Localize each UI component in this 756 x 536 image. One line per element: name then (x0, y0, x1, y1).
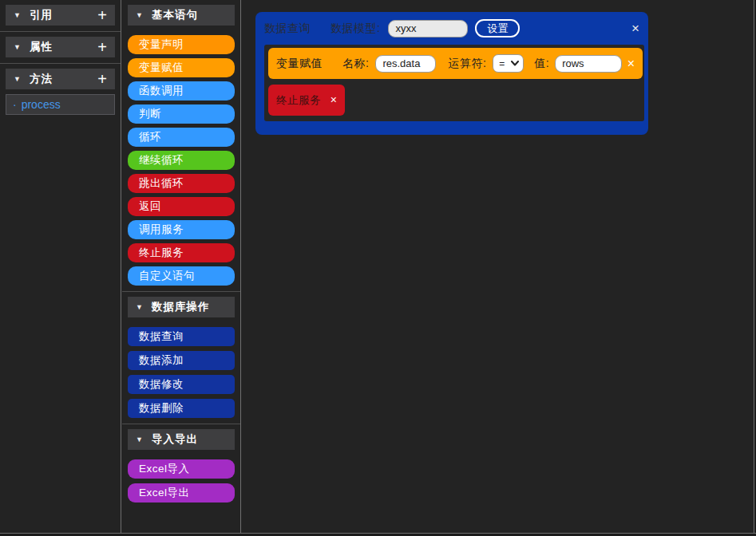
explorer-panel: ▼ 引用 + ▼ 属性 + ▼ 方法 + · process (0, 0, 121, 533)
stop-service-label: 终止服务 (276, 93, 321, 108)
name-input[interactable] (375, 55, 436, 73)
collapse-triangle-icon[interactable]: ▼ (136, 11, 143, 19)
flow-canvas[interactable]: 数据查询 数据模型: 设置 × 变量赋值 名称: 运算符: = (242, 0, 754, 533)
section-header-methods[interactable]: ▼ 方法 + (6, 69, 115, 89)
section-header-database-ops[interactable]: ▼ 数据库操作 (128, 297, 235, 317)
stmt-if-button[interactable]: 判断 (128, 104, 235, 124)
method-item-label: process (22, 98, 61, 111)
stmt-var-assign-button[interactable]: 变量赋值 (128, 58, 235, 77)
data-query-block[interactable]: 数据查询 数据模型: 设置 × 变量赋值 名称: 运算符: = (255, 12, 648, 135)
section-label: 方法 (30, 72, 53, 86)
chevron-down-icon (511, 61, 519, 66)
explorer-section-references: ▼ 引用 + (0, 0, 121, 31)
section-label: 基本语句 (152, 8, 198, 22)
palette-section-import-export: ▼ 导入导出 Excel导入 Excel导出 (122, 424, 240, 508)
method-item-process[interactable]: · process (6, 94, 115, 115)
stmt-stop-service-button[interactable]: 终止服务 (128, 243, 235, 262)
basic-statement-list: 变量声明 变量赋值 函数调用 判断 循环 继续循环 跳出循环 返回 调用服务 终… (128, 35, 235, 286)
operator-value: = (499, 58, 505, 69)
section-label: 数据库操作 (152, 300, 210, 314)
query-block-header: 数据查询 数据模型: 设置 × (255, 12, 648, 45)
explorer-section-properties: ▼ 属性 + (0, 31, 121, 63)
app-window: ▼ 引用 + ▼ 属性 + ▼ 方法 + · process (0, 0, 756, 536)
excel-export-button[interactable]: Excel导出 (128, 483, 235, 503)
bullet-icon: · (13, 98, 17, 111)
value-label: 值: (534, 57, 549, 71)
stmt-func-call-button[interactable]: 函数调用 (128, 81, 235, 100)
name-label: 名称: (342, 57, 369, 71)
stmt-return-button[interactable]: 返回 (128, 197, 235, 216)
section-label: 导入导出 (152, 432, 198, 447)
import-export-list: Excel导入 Excel导出 (128, 459, 235, 503)
stmt-continue-button[interactable]: 继续循环 (128, 151, 235, 170)
data-model-input[interactable] (388, 20, 468, 37)
bottom-edge-divider (0, 533, 756, 536)
stmt-loop-button[interactable]: 循环 (128, 128, 235, 147)
db-add-button[interactable]: 数据添加 (128, 351, 235, 370)
query-block-title: 数据查询 (264, 22, 311, 36)
palette-section-database: ▼ 数据库操作 数据查询 数据添加 数据修改 数据删除 (122, 291, 240, 424)
stmt-var-declare-button[interactable]: 变量声明 (128, 35, 235, 54)
stop-service-row[interactable]: 终止服务 × (268, 85, 345, 116)
excel-import-button[interactable]: Excel导入 (128, 459, 235, 479)
statement-palette: ▼ 基本语句 变量声明 变量赋值 函数调用 判断 循环 继续循环 跳出循环 返回… (122, 0, 241, 533)
close-icon[interactable]: × (631, 22, 639, 35)
data-model-label: 数据模型: (331, 22, 380, 36)
section-header-properties[interactable]: ▼ 属性 + (6, 37, 115, 57)
settings-button[interactable]: 设置 (475, 19, 520, 37)
stmt-custom-button[interactable]: 自定义语句 (128, 266, 235, 286)
section-label: 属性 (30, 40, 53, 54)
var-assign-title: 变量赋值 (276, 57, 323, 71)
section-header-references[interactable]: ▼ 引用 + (6, 5, 115, 26)
operator-label: 运算符: (448, 57, 486, 71)
collapse-triangle-icon[interactable]: ▼ (136, 436, 143, 443)
stmt-break-button[interactable]: 跳出循环 (128, 174, 235, 193)
add-method-button[interactable]: + (97, 71, 107, 87)
db-query-button[interactable]: 数据查询 (128, 327, 235, 346)
database-statement-list: 数据查询 数据添加 数据修改 数据删除 (128, 327, 235, 418)
stmt-call-service-button[interactable]: 调用服务 (128, 220, 235, 239)
collapse-triangle-icon[interactable]: ▼ (14, 11, 21, 19)
var-assign-row[interactable]: 变量赋值 名称: 运算符: = 值: × (268, 48, 643, 79)
add-property-button[interactable]: + (97, 39, 107, 55)
close-icon[interactable]: × (627, 57, 635, 70)
close-icon[interactable]: × (331, 93, 337, 107)
db-update-button[interactable]: 数据修改 (128, 375, 235, 394)
collapse-triangle-icon[interactable]: ▼ (14, 75, 21, 83)
section-label: 引用 (30, 8, 53, 22)
collapse-triangle-icon[interactable]: ▼ (136, 303, 143, 311)
explorer-section-methods: ▼ 方法 + · process (0, 63, 121, 120)
section-header-import-export[interactable]: ▼ 导入导出 (128, 429, 235, 450)
add-reference-button[interactable]: + (97, 7, 107, 23)
db-delete-button[interactable]: 数据删除 (128, 399, 235, 418)
section-header-basic-statements[interactable]: ▼ 基本语句 (128, 5, 235, 26)
operator-select[interactable]: = (493, 54, 524, 73)
query-block-body: 变量赋值 名称: 运算符: = 值: × 终止服务 (264, 45, 644, 121)
palette-section-basic: ▼ 基本语句 变量声明 变量赋值 函数调用 判断 循环 继续循环 跳出循环 返回… (122, 0, 240, 291)
collapse-triangle-icon[interactable]: ▼ (14, 43, 21, 51)
value-input[interactable] (555, 55, 622, 73)
